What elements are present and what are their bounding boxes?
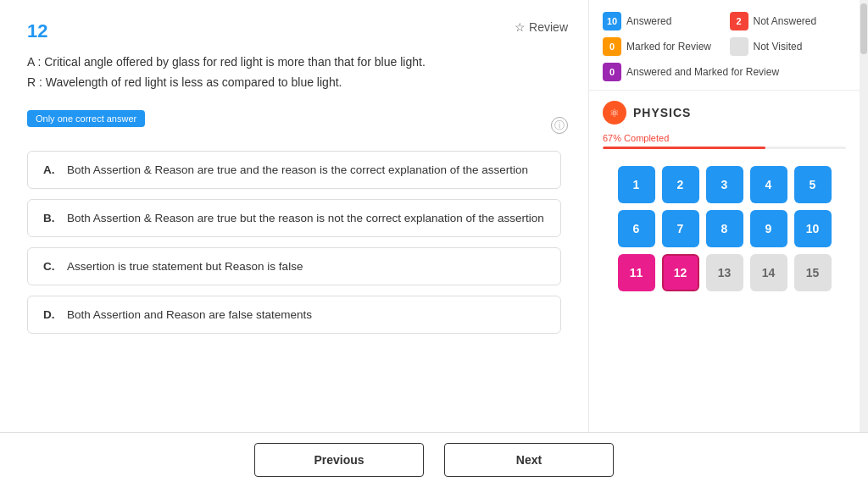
question-text: A : Critical angle offered by glass for …: [27, 53, 561, 93]
sidebar: 10 Answered 2 Not Answered 0 Marked for …: [588, 0, 860, 432]
question-grid-button[interactable]: 9: [750, 210, 787, 247]
marked-dot: 0: [603, 37, 621, 56]
option-text: Assertion is true statement but Reason i…: [67, 260, 303, 273]
question-grid-button[interactable]: 14: [750, 254, 787, 291]
answered-marked-dot: 0: [603, 63, 621, 81]
legend-marked: 0 Marked for Review: [603, 37, 720, 56]
legend-answered-marked: 0 Answered and Marked for Review: [603, 63, 846, 81]
option-text: Both Assertion & Reason are true and the…: [67, 163, 528, 176]
progress-bar-container: 67% Completed: [589, 130, 860, 159]
question-grid-button[interactable]: 6: [618, 210, 655, 247]
question-grid-button[interactable]: 12: [662, 254, 699, 291]
subject-icon: ⚛: [603, 101, 626, 125]
question-grid-button[interactable]: 11: [618, 254, 655, 291]
progress-label: 67% Completed: [603, 133, 846, 143]
question-grid-button[interactable]: 1: [618, 166, 655, 203]
progress-bar-fill: [603, 147, 765, 149]
subject-header: ⚛ PHYSICS: [589, 91, 860, 130]
option-item[interactable]: A.Both Assertion & Reason are true and t…: [27, 151, 561, 189]
question-grid-button[interactable]: 5: [794, 166, 832, 203]
scrollbar-thumb: [860, 3, 867, 54]
question-line-2: R : Wavelength of red light is less as c…: [27, 73, 561, 93]
question-grid-button[interactable]: 2: [662, 166, 699, 203]
scrollbar[interactable]: [860, 0, 868, 432]
progress-bar-bg: [603, 147, 846, 149]
question-line-1: A : Critical angle offered by glass for …: [27, 53, 561, 73]
option-label: A.: [43, 163, 57, 176]
question-panel: 12 ☆ Review A : Critical angle offered b…: [0, 0, 588, 432]
question-grid-button[interactable]: 13: [706, 254, 743, 291]
subject-name: PHYSICS: [633, 106, 691, 119]
question-grid-button[interactable]: 4: [750, 166, 787, 203]
legend-not-answered: 2 Not Answered: [730, 12, 847, 30]
legend-not-visited: Not Visited: [730, 37, 847, 56]
previous-button[interactable]: Previous: [254, 443, 424, 477]
answer-type-badge: Only one correct answer: [27, 110, 145, 127]
option-list: A.Both Assertion & Reason are true and t…: [27, 151, 561, 334]
review-label: Review: [529, 20, 568, 34]
legend-answered: 10 Answered: [603, 12, 720, 30]
option-label: B.: [43, 212, 57, 224]
question-number: 12: [27, 20, 561, 42]
question-grid-button[interactable]: 10: [794, 210, 832, 247]
answered-dot: 10: [603, 12, 621, 30]
option-text: Both Assertion & Reason are true but the…: [67, 212, 544, 224]
info-icon[interactable]: ⓘ: [551, 117, 568, 134]
legend: 10 Answered 2 Not Answered 0 Marked for …: [589, 0, 860, 91]
next-button[interactable]: Next: [444, 443, 614, 477]
option-text: Both Assertion and Reason are false stat…: [67, 308, 312, 321]
option-label: C.: [43, 260, 57, 273]
review-button[interactable]: ☆ Review: [515, 20, 568, 34]
bottom-nav: Previous Next: [0, 432, 868, 487]
question-grid-button[interactable]: 7: [662, 210, 699, 247]
not-visited-dot: [730, 37, 748, 56]
not-answered-label: Not Answered: [754, 15, 817, 27]
option-item[interactable]: B.Both Assertion & Reason are true but t…: [27, 199, 561, 237]
question-grid: 123456789101112131415: [589, 159, 860, 305]
option-item[interactable]: C.Assertion is true statement but Reason…: [27, 247, 561, 285]
marked-label: Marked for Review: [626, 41, 711, 53]
answered-marked-label: Answered and Marked for Review: [626, 66, 779, 78]
option-label: D.: [43, 308, 57, 321]
question-grid-button[interactable]: 15: [794, 254, 832, 291]
not-visited-label: Not Visited: [754, 41, 803, 53]
star-icon: ☆: [515, 20, 526, 34]
option-item[interactable]: D.Both Assertion and Reason are false st…: [27, 296, 561, 334]
not-answered-dot: 2: [730, 12, 748, 30]
question-grid-button[interactable]: 8: [706, 210, 743, 247]
question-grid-button[interactable]: 3: [706, 166, 743, 203]
answered-label: Answered: [626, 15, 671, 27]
